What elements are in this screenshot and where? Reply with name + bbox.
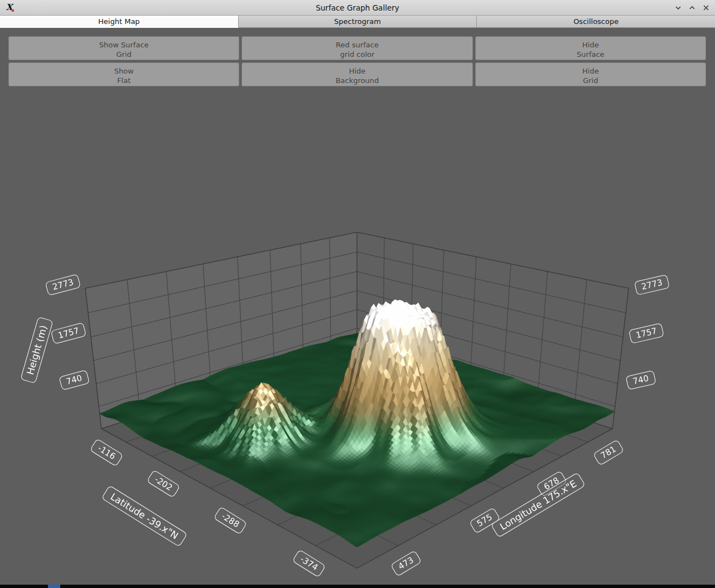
window-title: Surface Graph Gallery (0, 3, 715, 12)
button-label-line1: Hide (476, 66, 706, 76)
toggle-surface-button[interactable]: HideSurface (475, 36, 706, 60)
button-label-line1: Hide (242, 66, 472, 76)
toggle-flat-button[interactable]: ShowFlat (8, 62, 239, 86)
button-row-1: Show SurfaceGridRed surfacegrid colorHid… (8, 36, 706, 60)
tab-height-map[interactable]: Height Map (0, 16, 239, 28)
taskbar-sliver (48, 585, 60, 588)
button-label-line2: Grid (9, 50, 239, 59)
button-label-line2: Grid (476, 76, 706, 85)
title-bar[interactable]: X Surface Graph Gallery (0, 0, 715, 16)
toggle-grid-button[interactable]: HideGrid (475, 62, 706, 86)
maximize-window-icon[interactable] (688, 3, 697, 12)
tab-oscilloscope[interactable]: Oscilloscope (477, 16, 715, 28)
surface-3d-canvas[interactable] (0, 89, 715, 585)
window-controls (674, 3, 711, 12)
tab-spectrogram[interactable]: Spectrogram (239, 16, 477, 28)
toggle-background-button[interactable]: HideBackground (241, 62, 472, 86)
surface-grid-color-button[interactable]: Red surfacegrid color (241, 36, 472, 60)
control-button-panel: Show SurfaceGridRed surfacegrid colorHid… (0, 28, 715, 89)
button-label-line1: Show (9, 66, 239, 76)
button-label-line1: Hide (476, 40, 706, 50)
button-label-line1: Show Surface (9, 40, 239, 50)
button-label-line2: grid color (242, 50, 472, 59)
button-label-line1: Red surface (242, 40, 472, 50)
button-label-line2: Flat (9, 76, 239, 85)
surface-plot-area: 7407401757175727732773-116-202-288-37447… (0, 89, 715, 585)
screen-bottom-strip (0, 585, 715, 588)
app-window: X Surface Graph Gallery Height MapSpectr… (0, 0, 715, 588)
button-row-2: ShowFlatHideBackgroundHideGrid (8, 62, 706, 86)
tab-bar: Height MapSpectrogramOscilloscope (0, 16, 715, 28)
toggle-surface-grid-button[interactable]: Show SurfaceGrid (8, 36, 239, 60)
shade-window-icon[interactable] (674, 3, 683, 12)
button-label-line2: Surface (476, 50, 706, 59)
close-window-icon[interactable] (702, 3, 711, 12)
button-label-line2: Background (242, 76, 472, 85)
